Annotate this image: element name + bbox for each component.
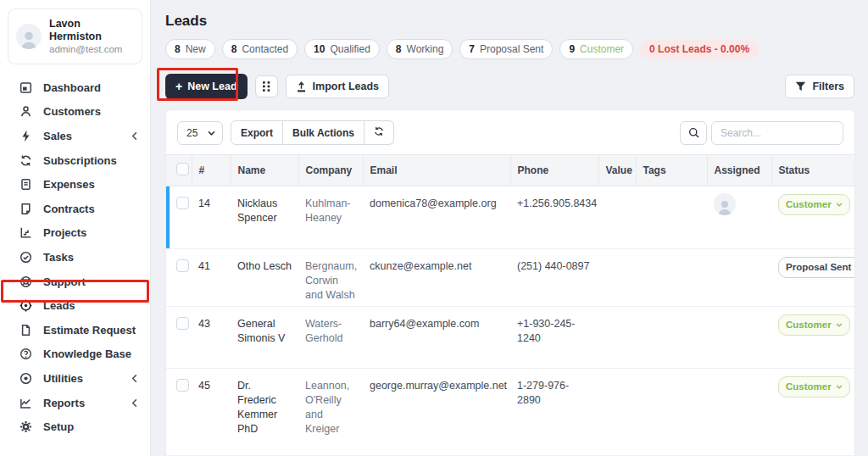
page-title: Leads (165, 12, 855, 31)
assigned-avatar[interactable] (714, 193, 736, 215)
summary-pill-customer[interactable]: 9Customer (559, 39, 633, 59)
sidebar-item-customers[interactable]: Customers (0, 100, 150, 125)
page-size-select[interactable]: 25 (177, 121, 223, 145)
search-icon (688, 127, 699, 138)
sales-icon (19, 130, 32, 142)
column-header-email[interactable]: Email (363, 155, 510, 186)
chevron-left-icon (131, 398, 138, 408)
column-header-tags[interactable]: Tags (636, 155, 707, 186)
sidebar-item-tasks[interactable]: Tasks (0, 245, 150, 270)
table-row[interactable]: 43 General Simonis V Waters-Gerhold barr… (166, 307, 854, 369)
search-input[interactable] (711, 121, 843, 145)
filter-icon (795, 81, 806, 92)
chevron-down-icon (836, 385, 843, 389)
sidebar-item-contracts[interactable]: Contracts (0, 197, 150, 221)
table-controls: 25 Export Bulk Actions (166, 110, 854, 154)
chevron-down-icon (836, 323, 843, 327)
filters-button[interactable]: Filters (785, 75, 854, 98)
leads-icon (19, 299, 32, 312)
support-icon (19, 275, 32, 288)
column-header-status[interactable]: Status (771, 155, 854, 186)
grid-icon (263, 81, 270, 92)
sidebar: Lavon Hermiston admin@test.com Dashboard… (0, 0, 151, 456)
leads-table-card: 25 Export Bulk Actions (165, 109, 855, 456)
chevron-left-icon (131, 131, 138, 141)
refresh-icon (374, 126, 384, 136)
row-checkbox[interactable] (176, 259, 189, 272)
knowledge-base-icon (19, 348, 32, 360)
row-checkbox[interactable] (176, 197, 189, 209)
lead-name-link[interactable]: Nicklaus Spencer (237, 197, 277, 224)
chevron-left-icon (131, 374, 138, 383)
toolbar: + New Lead Import Leads (165, 74, 855, 99)
subscriptions-icon (19, 154, 32, 167)
sidebar-nav: Dashboard Customers Sales Subscriptions … (0, 75, 150, 439)
summary-pill-contacted[interactable]: 8Contacted (222, 39, 298, 59)
main-content: Leads 8New 8Contacted 10Qualified 8Worki… (151, 0, 868, 456)
sidebar-item-knowledge-base[interactable]: Knowledge Base (0, 342, 150, 367)
select-all-checkbox[interactable] (176, 163, 189, 175)
column-header-assigned[interactable]: Assigned (707, 155, 771, 186)
export-button[interactable]: Export (231, 120, 283, 145)
column-header-phone[interactable]: Phone (510, 155, 598, 186)
sidebar-item-projects[interactable]: Projects (0, 221, 150, 246)
import-leads-button[interactable]: Import Leads (286, 75, 390, 98)
reports-icon (19, 397, 32, 409)
user-card[interactable]: Lavon Hermiston admin@test.com (8, 8, 142, 64)
lead-name-link[interactable]: Otho Lesch (237, 260, 292, 272)
lead-name-link[interactable]: Dr. Frederic Kemmer PhD (237, 380, 277, 435)
table-row[interactable]: 41 Otho Lesch Bergnaum, Corwin and Walsh… (166, 249, 854, 307)
column-header-value[interactable]: Value (598, 155, 636, 186)
sidebar-item-subscriptions[interactable]: Subscriptions (0, 148, 150, 173)
user-email: admin@test.com (49, 43, 134, 55)
lead-summary-row: 8New 8Contacted 10Qualified 8Working 7Pr… (165, 39, 855, 59)
row-checkbox[interactable] (176, 379, 189, 392)
sidebar-item-expenses[interactable]: Expenses (0, 172, 150, 197)
summary-pill-lost-leads[interactable]: 0 Lost Leads - 0.00% (640, 39, 759, 59)
table-row[interactable]: 45 Dr. Frederic Kemmer PhD Leannon, O'Re… (166, 369, 854, 456)
sidebar-item-setup[interactable]: Setup (0, 414, 150, 439)
utilities-icon (19, 372, 32, 385)
table-actions-group: Export Bulk Actions (231, 120, 394, 145)
chevron-down-icon (208, 131, 215, 136)
sidebar-item-support[interactable]: Support (0, 270, 150, 294)
estimate-request-icon (19, 324, 32, 336)
status-dropdown[interactable]: Customer (778, 194, 850, 215)
refresh-button[interactable] (364, 120, 394, 145)
contracts-icon (19, 203, 32, 215)
sidebar-item-estimate-request[interactable]: Estimate Request (0, 318, 150, 342)
sidebar-item-leads[interactable]: Leads (0, 293, 150, 318)
dashboard-icon (19, 81, 32, 94)
summary-pill-qualified[interactable]: 10Qualified (304, 39, 380, 59)
expenses-icon (19, 178, 32, 191)
tasks-icon (19, 251, 32, 264)
status-dropdown[interactable]: Proposal Sent (778, 257, 855, 278)
new-lead-button[interactable]: + New Lead (165, 74, 248, 99)
customers-icon (19, 105, 32, 118)
kanban-view-button[interactable] (255, 75, 278, 97)
summary-pill-working[interactable]: 8Working (387, 39, 453, 59)
column-header-company[interactable]: Company (298, 155, 363, 186)
table-row[interactable]: 14 Nicklaus Spencer Kuhlman-Heaney domen… (166, 186, 854, 249)
status-dropdown[interactable]: Customer (778, 376, 850, 398)
search-button[interactable] (680, 121, 707, 145)
lead-name-link[interactable]: General Simonis V (237, 318, 285, 344)
sidebar-item-dashboard[interactable]: Dashboard (0, 75, 150, 100)
bulk-actions-button[interactable]: Bulk Actions (283, 120, 364, 145)
column-header-name[interactable]: Name (231, 155, 298, 186)
user-avatar (16, 24, 42, 49)
projects-icon (19, 226, 32, 239)
setup-icon (19, 420, 32, 433)
column-header-id[interactable]: # (192, 155, 231, 186)
sidebar-item-reports[interactable]: Reports (0, 391, 150, 415)
summary-pill-proposal-sent[interactable]: 7Proposal Sent (459, 39, 553, 59)
summary-pill-new[interactable]: 8New (165, 39, 215, 59)
status-dropdown[interactable]: Customer (778, 314, 850, 336)
sidebar-item-sales[interactable]: Sales (0, 124, 150, 148)
row-checkbox[interactable] (176, 317, 189, 330)
sidebar-item-utilities[interactable]: Utilities (0, 366, 150, 391)
table-header-row: # Name Company Email Phone Value Tags As… (166, 155, 854, 186)
chevron-down-icon (836, 203, 843, 207)
user-name: Lavon Hermiston (49, 18, 134, 43)
leads-table: # Name Company Email Phone Value Tags As… (166, 154, 854, 456)
